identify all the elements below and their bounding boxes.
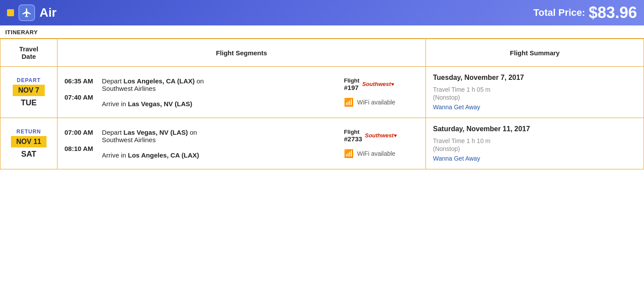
segment-details: Depart Los Angeles, CA (LAX) onSouthwest…: [102, 77, 335, 108]
col-header-segments: Flight Segments: [57, 39, 426, 67]
fare-class: Wanna Get Away: [433, 155, 637, 162]
wifi-text: WiFi available: [357, 150, 395, 157]
segment-right: Flight #2733 Southwest♥ 📶 WiFi available: [344, 129, 419, 158]
flight-num-row: Flight #197 Southwest♥: [344, 77, 419, 91]
fare-class: Wanna Get Away: [433, 104, 637, 111]
depart-time: 06:35 AM: [64, 77, 93, 85]
app-header: Air Total Price: $83.96: [0, 0, 644, 25]
flight-table: TravelDate Flight Segments Flight Summar…: [0, 38, 644, 169]
minimize-button[interactable]: [7, 9, 14, 16]
segment-cell: 07:00 AM 08:10 AM Depart Las Vegas, NV (…: [57, 118, 426, 169]
travel-time: Travel Time 1 h 05 m: [433, 86, 637, 93]
segment-right: Flight #197 Southwest♥ 📶 WiFi available: [344, 77, 419, 107]
col-header-date: TravelDate: [0, 39, 57, 67]
depart-detail: Depart Los Angeles, CA (LAX) onSouthwest…: [102, 77, 335, 92]
segment-cell: 06:35 AM 07:40 AM Depart Los Angeles, CA…: [57, 67, 426, 118]
airline-logo: Southwest♥: [365, 132, 397, 139]
flight-number: #197: [344, 84, 359, 91]
date-day: SAT: [7, 150, 50, 159]
date-box: NOV 11: [11, 136, 47, 147]
segment-times: 06:35 AM 07:40 AM: [64, 77, 93, 101]
arrive-time: 08:10 AM: [64, 145, 93, 152]
flight-number: #2733: [344, 135, 362, 143]
summary-date: Tuesday, November 7, 2017: [433, 74, 637, 82]
nonstop-label: (Nonstop): [433, 145, 637, 152]
date-cell: RETURN NOV 11 SAT: [0, 118, 57, 169]
table-header-row: TravelDate Flight Segments Flight Summar…: [0, 39, 644, 67]
wifi-row: 📶 WiFi available: [344, 149, 419, 158]
summary-date: Saturday, November 11, 2017: [433, 125, 637, 133]
nonstop-label: (Nonstop): [433, 94, 637, 101]
segment-times: 07:00 AM 08:10 AM: [64, 129, 93, 152]
arrive-detail: Arrive in Las Vegas, NV (LAS): [102, 100, 335, 108]
wifi-row: 📶 WiFi available: [344, 97, 419, 107]
date-type: DEPART: [7, 77, 50, 83]
airline-logo: Southwest♥: [362, 81, 394, 87]
wifi-text: WiFi available: [357, 99, 395, 106]
segment-details: Depart Las Vegas, NV (LAS) onSouthwest A…: [102, 129, 335, 159]
flight-label: Flight: [344, 77, 359, 84]
arrive-time: 07:40 AM: [64, 93, 93, 101]
table-row: RETURN NOV 11 SAT 07:00 AM 08:10 AM Depa…: [0, 118, 644, 169]
table-row: DEPART NOV 7 TUE 06:35 AM 07:40 AM Depar…: [0, 67, 644, 118]
wifi-icon: 📶: [344, 149, 354, 158]
arrive-detail: Arrive in Los Angeles, CA (LAX): [102, 151, 335, 159]
summary-cell: Saturday, November 11, 2017 Travel Time …: [426, 118, 644, 169]
summary-cell: Tuesday, November 7, 2017 Travel Time 1 …: [426, 67, 644, 118]
wifi-icon: 📶: [344, 97, 354, 107]
depart-detail: Depart Las Vegas, NV (LAS) onSouthwest A…: [102, 129, 335, 144]
flight-label: Flight: [344, 129, 362, 135]
date-box: NOV 7: [13, 85, 44, 96]
itinerary-label: ITINERARY: [0, 25, 644, 38]
col-header-summary: Flight Summary: [426, 39, 644, 67]
price-label: Total Price:: [533, 7, 585, 18]
travel-time: Travel Time 1 h 10 m: [433, 137, 637, 144]
flight-num-row: Flight #2733 Southwest♥: [344, 129, 419, 143]
total-price: $83.96: [589, 4, 637, 22]
date-day: TUE: [7, 98, 50, 108]
date-cell: DEPART NOV 7 TUE: [0, 67, 57, 118]
depart-time: 07:00 AM: [64, 129, 93, 136]
app-title: Air: [39, 6, 533, 20]
date-type: RETURN: [7, 129, 50, 135]
air-icon: [18, 4, 35, 21]
